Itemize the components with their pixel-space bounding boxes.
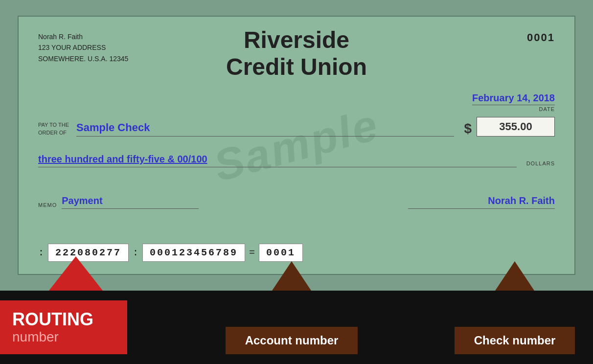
- account-holder-address2: SOMEWHERE. U.S.A. 12345: [38, 53, 128, 64]
- signature-line: Norah R. Faith: [408, 195, 555, 209]
- routing-label-bottom: number: [12, 329, 127, 345]
- routing-arrow: [49, 256, 103, 291]
- account-arrow: [272, 261, 311, 291]
- date-area: February 14, 2018 DATE: [472, 92, 555, 112]
- pay-to-label: PAY TO THEORDER OF: [38, 121, 69, 136]
- check-num-label-box: Check number: [455, 327, 575, 354]
- memo-line: Payment: [62, 195, 199, 209]
- check-num-arrow: [495, 261, 534, 291]
- account-holder-name: Norah R. Faith: [38, 31, 128, 42]
- routing-label-box: ROUTING number: [0, 300, 127, 354]
- watermark: Sample: [208, 99, 384, 192]
- check-num-section: Check number: [436, 291, 593, 364]
- pay-to-section: PAY TO THEORDER OF Sample Check $ 355.00: [38, 117, 555, 136]
- account-label-box: Account number: [226, 327, 358, 354]
- pay-to-line: Sample Check: [76, 121, 454, 136]
- written-amount-line: three hundred and fifty-five & 00/100: [38, 154, 517, 167]
- dollar-sign: $: [464, 121, 472, 136]
- written-amount-section: three hundred and fifty-five & 00/100 DO…: [38, 154, 555, 167]
- micr-open-sym: :: [38, 247, 44, 258]
- routing-label-top: ROUTING: [12, 310, 127, 329]
- memo-value: Payment: [62, 195, 102, 206]
- amount-box: 355.00: [477, 117, 555, 136]
- account-section: Account number: [147, 291, 436, 364]
- signature-value: Norah R. Faith: [488, 195, 555, 206]
- check-wrapper: Sample 0001 Norah R. Faith 123 YOUR ADDR…: [0, 0, 593, 291]
- bank-name-line1: Riverside: [226, 26, 367, 53]
- date-label: DATE: [472, 106, 555, 112]
- pay-to-name: Sample Check: [76, 121, 150, 134]
- account-holder: Norah R. Faith 123 YOUR ADDRESS SOMEWHER…: [38, 31, 128, 64]
- account-holder-address1: 123 YOUR ADDRESS: [38, 42, 128, 53]
- check-number-top: 0001: [527, 31, 555, 44]
- dollars-label: DOLLARS: [526, 160, 555, 166]
- micr-dash-sym: =: [249, 247, 255, 258]
- bank-name: Riverside Credit Union: [226, 26, 367, 80]
- micr-close-sym: :: [133, 247, 138, 258]
- micr-section: : 222080277 : 000123456789 = 0001: [38, 244, 555, 262]
- micr-check-num: 0001: [259, 244, 303, 262]
- memo-label: MEMO: [38, 202, 57, 208]
- bottom-bar: ROUTING number Account number Check numb…: [0, 291, 593, 364]
- written-amount-text: three hundred and fifty-five & 00/100: [38, 154, 207, 164]
- memo-group: MEMO Payment: [38, 195, 199, 209]
- date-value: February 14, 2018: [472, 92, 555, 105]
- micr-account: 000123456789: [142, 244, 245, 262]
- memo-section: MEMO Payment Norah R. Faith: [38, 195, 555, 209]
- routing-section: ROUTING number: [0, 291, 147, 364]
- bank-name-line2: Credit Union: [226, 53, 367, 80]
- check: Sample 0001 Norah R. Faith 123 YOUR ADDR…: [18, 16, 575, 275]
